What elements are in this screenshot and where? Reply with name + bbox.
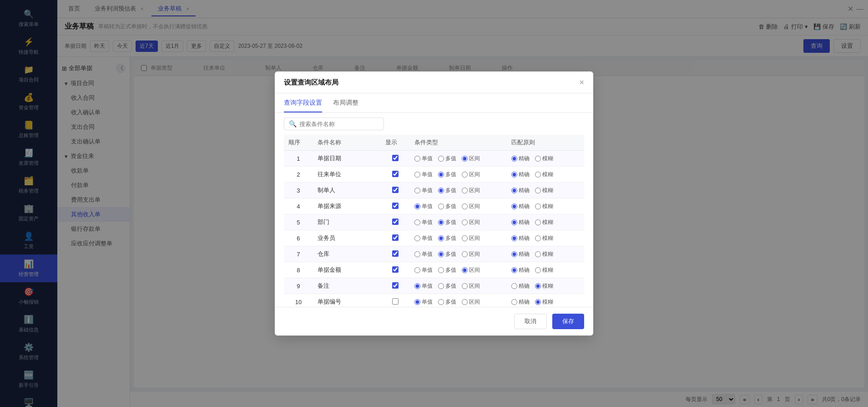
row-order: 7: [284, 246, 313, 262]
row-condition-type: 单值多值区间: [410, 214, 507, 230]
match-rule-模糊[interactable]: 模糊: [535, 155, 553, 163]
match-rule-模糊[interactable]: 模糊: [535, 187, 553, 194]
row-name: 单据来源: [313, 198, 381, 214]
condition-type-多值[interactable]: 多值: [438, 171, 456, 178]
match-rule-精确[interactable]: 精确: [511, 298, 530, 306]
condition-type-多值[interactable]: 多值: [438, 187, 456, 194]
condition-type-单值[interactable]: 单值: [414, 203, 433, 210]
row-display: [381, 246, 410, 262]
dialog-search-input[interactable]: [299, 121, 379, 127]
dialog-close-btn[interactable]: ×: [579, 78, 584, 87]
row-condition-type: 单值多值区间: [410, 230, 507, 246]
row-display: [381, 183, 410, 198]
condition-type-区间[interactable]: 区间: [462, 203, 480, 210]
condition-type-多值[interactable]: 多值: [438, 155, 456, 163]
condition-type-多值[interactable]: 多值: [438, 250, 456, 258]
cancel-button[interactable]: 取消: [514, 314, 547, 329]
row-match-rule: 精确模糊: [507, 214, 584, 230]
dialog-table-row: 3制单人单值多值区间精确模糊: [284, 183, 584, 198]
condition-type-单值[interactable]: 单值: [414, 282, 433, 290]
row-match-rule: 精确模糊: [507, 262, 584, 278]
condition-type-单值[interactable]: 单值: [414, 219, 433, 226]
condition-type-多值[interactable]: 多值: [438, 282, 456, 290]
match-rule-精确[interactable]: 精确: [511, 187, 530, 194]
display-checkbox[interactable]: [392, 203, 399, 209]
condition-type-区间[interactable]: 区间: [462, 187, 480, 194]
condition-type-单值[interactable]: 单值: [414, 155, 433, 163]
settings-dialog: 设置查询区域布局 × 查询字段设置 布局调整 🔍: [275, 71, 593, 336]
row-name: 仓库: [313, 246, 381, 262]
row-condition-type: 单值多值区间: [410, 246, 507, 262]
dialog-overlay: 设置查询区域布局 × 查询字段设置 布局调整 🔍: [0, 0, 868, 407]
save-button[interactable]: 保存: [552, 314, 584, 329]
condition-type-多值[interactable]: 多值: [438, 219, 456, 226]
dialog-header: 设置查询区域布局 ×: [275, 71, 593, 93]
condition-type-单值[interactable]: 单值: [414, 171, 433, 178]
condition-type-区间[interactable]: 区间: [462, 155, 480, 163]
display-checkbox[interactable]: [392, 266, 399, 273]
match-rule-精确[interactable]: 精确: [511, 266, 530, 274]
condition-type-区间[interactable]: 区间: [462, 298, 480, 306]
condition-type-单值[interactable]: 单值: [414, 298, 433, 306]
condition-type-多值[interactable]: 多值: [438, 298, 456, 306]
row-order: 5: [284, 214, 313, 230]
dialog-body: 查询字段设置 布局调整 🔍 顺序 条: [275, 93, 593, 307]
condition-type-区间[interactable]: 区间: [462, 171, 480, 178]
row-order: 2: [284, 167, 313, 183]
row-display: [381, 262, 410, 278]
match-rule-模糊[interactable]: 模糊: [535, 234, 553, 242]
display-checkbox[interactable]: [392, 187, 399, 193]
match-rule-模糊[interactable]: 模糊: [535, 298, 553, 306]
match-rule-精确[interactable]: 精确: [511, 203, 530, 210]
dialog-search-icon: 🔍: [289, 120, 297, 127]
display-checkbox[interactable]: [392, 155, 399, 161]
display-checkbox[interactable]: [392, 171, 399, 177]
condition-type-单值[interactable]: 单值: [414, 187, 433, 194]
dialog-tab-fields[interactable]: 查询字段设置: [284, 93, 322, 112]
row-display: [381, 278, 410, 294]
display-checkbox[interactable]: [392, 250, 399, 257]
row-order: 1: [284, 151, 313, 167]
condition-type-区间[interactable]: 区间: [462, 234, 480, 242]
display-checkbox[interactable]: [392, 219, 399, 225]
condition-type-单值[interactable]: 单值: [414, 234, 433, 242]
match-rule-精确[interactable]: 精确: [511, 171, 530, 178]
dialog-table-row: 6业务员单值多值区间精确模糊: [284, 230, 584, 246]
condition-type-单值[interactable]: 单值: [414, 266, 433, 274]
display-checkbox[interactable]: [392, 298, 399, 305]
condition-type-单值[interactable]: 单值: [414, 250, 433, 258]
display-checkbox[interactable]: [392, 282, 399, 289]
match-rule-模糊[interactable]: 模糊: [535, 219, 553, 226]
match-rule-模糊[interactable]: 模糊: [535, 250, 553, 258]
match-rule-精确[interactable]: 精确: [511, 234, 530, 242]
match-rule-模糊[interactable]: 模糊: [535, 203, 553, 210]
condition-type-多值[interactable]: 多值: [438, 234, 456, 242]
dialog-table-row: 9备注单值多值区间精确模糊: [284, 278, 584, 294]
row-display: [381, 151, 410, 167]
condition-type-多值[interactable]: 多值: [438, 203, 456, 210]
display-checkbox[interactable]: [392, 234, 399, 241]
col-match: 匹配原则: [507, 135, 584, 151]
condition-type-区间[interactable]: 区间: [462, 282, 480, 290]
dialog-search-area: 🔍: [275, 113, 593, 135]
row-display: [381, 230, 410, 246]
dialog-table-row: 4单据来源单值多值区间精确模糊: [284, 198, 584, 214]
match-rule-模糊[interactable]: 模糊: [535, 171, 553, 178]
row-match-rule: 精确模糊: [507, 230, 584, 246]
match-rule-精确[interactable]: 精确: [511, 250, 530, 258]
match-rule-精确[interactable]: 精确: [511, 155, 530, 163]
row-name: 单据金额: [313, 262, 381, 278]
condition-type-多值[interactable]: 多值: [438, 266, 456, 274]
dialog-table-row: 5部门单值多值区间精确模糊: [284, 214, 584, 230]
condition-type-区间[interactable]: 区间: [462, 250, 480, 258]
row-name: 部门: [313, 214, 381, 230]
dialog-table-row: 8单据金额单值多值区间精确模糊: [284, 262, 584, 278]
match-rule-精确[interactable]: 精确: [511, 282, 530, 290]
match-rule-模糊[interactable]: 模糊: [535, 266, 553, 274]
dialog-tab-layout[interactable]: 布局调整: [333, 93, 358, 112]
match-rule-精确[interactable]: 精确: [511, 219, 530, 226]
row-order: 4: [284, 198, 313, 214]
match-rule-模糊[interactable]: 模糊: [535, 282, 553, 290]
condition-type-区间[interactable]: 区间: [462, 266, 480, 274]
condition-type-区间[interactable]: 区间: [462, 219, 480, 226]
